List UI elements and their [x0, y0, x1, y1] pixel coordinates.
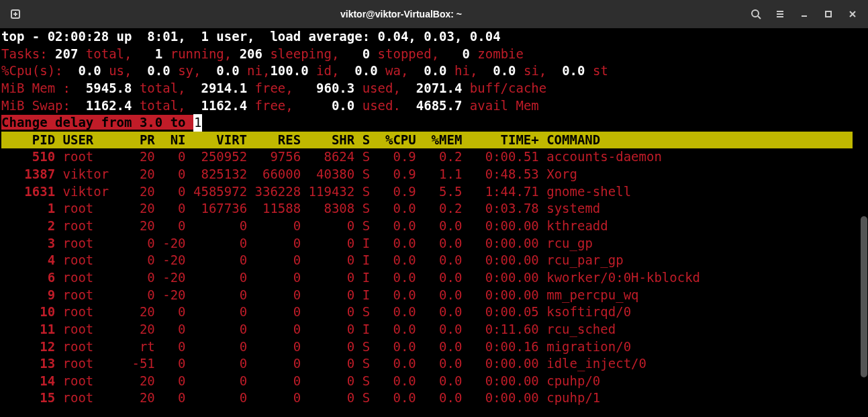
- tasks-line: Tasks: 207 total, 1 running, 206 sleepin…: [1, 46, 853, 63]
- table-row: 2 root 20 0 0 0 0 S 0.0 0.0 0:00.00 kthr…: [1, 218, 853, 235]
- hamburger-menu-icon[interactable]: [769, 4, 791, 24]
- delay-input[interactable]: 1: [193, 114, 202, 132]
- mem-line: MiB Mem : 5945.8 total, 2914.1 free, 960…: [1, 80, 853, 97]
- window-titlebar: viktor@viktor-VirtualBox: ~: [0, 0, 868, 28]
- table-row: 12 root rt 0 0 0 0 S 0.0 0.0 0:00.16 mig…: [1, 338, 853, 356]
- table-row: 4 root 0 -20 0 0 0 I 0.0 0.0 0:00.00 rcu…: [1, 252, 853, 269]
- table-row: 1387 viktor 20 0 825132 66000 40380 S 0.…: [1, 166, 853, 183]
- new-tab-button[interactable]: [4, 4, 27, 24]
- terminal-output[interactable]: top - 02:00:28 up 8:01, 1 user, load ave…: [0, 28, 854, 407]
- table-row: 510 root 20 0 250952 9756 8624 S 0.9 0.2…: [1, 148, 853, 166]
- window-title: viktor@viktor-VirtualBox: ~: [58, 8, 744, 21]
- table-row: 15 root 20 0 0 0 0 S 0.0 0.0 0:00.00 cpu…: [1, 389, 853, 407]
- table-row: 1 root 20 0 167736 11588 8308 S 0.0 0.2 …: [1, 200, 853, 218]
- table-row: 3 root 0 -20 0 0 0 I 0.0 0.0 0:00.00 rcu…: [1, 235, 853, 252]
- svg-rect-9: [826, 11, 831, 17]
- table-row: 13 root -51 0 0 0 0 S 0.0 0.0 0:00.00 id…: [1, 355, 853, 373]
- close-button[interactable]: [841, 4, 864, 24]
- search-icon[interactable]: [744, 4, 767, 24]
- swap-line: MiB Swap: 1162.4 total, 1162.4 free, 0.0…: [1, 97, 853, 115]
- table-row: 11 root 20 0 0 0 0 I 0.0 0.0 0:11.60 rcu…: [1, 321, 853, 338]
- table-row: 9 root 0 -20 0 0 0 I 0.0 0.0 0:00.00 mm_…: [1, 287, 853, 304]
- top-summary-line: top - 02:00:28 up 8:01, 1 user, load ave…: [1, 28, 853, 46]
- svg-line-4: [758, 16, 761, 19]
- maximize-button[interactable]: [817, 4, 840, 24]
- process-list: 510 root 20 0 250952 9756 8624 S 0.9 0.2…: [1, 148, 853, 407]
- table-row: 6 root 0 -20 0 0 0 I 0.0 0.0 0:00.00 kwo…: [1, 269, 853, 287]
- table-row: 1631 viktor 20 0 4585972 336228 119432 S…: [1, 183, 853, 201]
- table-row: 14 root 20 0 0 0 0 S 0.0 0.0 0:00.00 cpu…: [1, 373, 853, 390]
- table-row: 10 root 20 0 0 0 0 S 0.0 0.0 0:00.05 kso…: [1, 304, 853, 321]
- svg-point-3: [752, 10, 759, 17]
- process-table-header: PID USER PR NI VIRT RES SHR S %CPU %MEM …: [1, 132, 853, 149]
- cpu-line: %Cpu(s): 0.0 us, 0.0 sy, 0.0 ni,100.0 id…: [1, 62, 853, 80]
- minimize-button[interactable]: [793, 4, 816, 24]
- scrollbar-thumb[interactable]: [861, 216, 867, 377]
- terminal-scrollbar[interactable]: [860, 28, 868, 417]
- delay-prompt[interactable]: Change delay from 3.0 to 1: [1, 114, 853, 132]
